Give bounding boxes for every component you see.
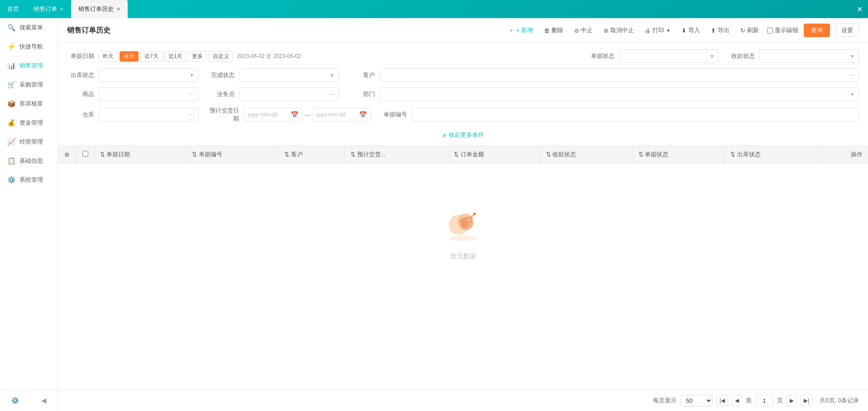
print-button[interactable]: 🖨 打印 ▼ <box>642 24 673 36</box>
col-checkbox <box>76 146 94 164</box>
export-icon: ⬆ <box>711 27 716 34</box>
col-outbound-status: ⇅ 出库状态 <box>725 146 817 164</box>
sales-mgmt-icon: 📊 <box>7 62 16 70</box>
delete-button[interactable]: 🗑 删除 <box>541 24 566 36</box>
table-body: 暂无数据 <box>58 164 868 297</box>
base-info-icon: 📋 <box>7 157 16 165</box>
sidebar-settings-button[interactable]: ⚙️ <box>8 394 22 407</box>
top-bar: 首页 销售订单 ✕ 销售订单历史 ✕ ✕ <box>0 0 868 18</box>
col-outbound-status-label: ⇅ 出库状态 <box>730 151 761 158</box>
date-range-dash: — <box>302 111 312 118</box>
date-btn-1month[interactable]: 近1月 <box>164 51 187 62</box>
salesperson-more-icon[interactable]: ··· <box>329 90 335 98</box>
tab-home[interactable]: 首页 <box>0 0 26 18</box>
status-select[interactable]: ▼ <box>619 49 719 63</box>
page-size-select[interactable]: 50 20 100 <box>680 395 713 406</box>
expected-date-label: 预计交货日期 <box>207 106 244 123</box>
close-tab-sales-order-history[interactable]: ✕ <box>116 6 120 12</box>
dept-select[interactable]: ▼ <box>379 87 859 101</box>
date-btn-more[interactable]: 更多 <box>188 51 207 62</box>
page-header: 销售订单历史 ＋ + 新增 🗑 删除 ⊘ 中止 ⊛ 取消中止 <box>58 18 868 43</box>
import-button[interactable]: ⬇ 导入 <box>679 24 703 36</box>
goods-more-icon[interactable]: ··· <box>188 90 194 98</box>
data-table: ⚙ ⇅ 单据日期 ⇅ 单据编号 ⇅ 客户 <box>58 146 868 297</box>
date-btn-today[interactable]: 今天 <box>120 51 139 62</box>
last-page-button[interactable]: ▶| <box>801 395 812 406</box>
order-no-label: 单据编号 <box>380 111 412 119</box>
tab-sales-order-history[interactable]: 销售订单历史 ✕ <box>71 0 128 18</box>
status-select-arrow: ▼ <box>710 53 715 59</box>
calendar-from-icon: 📅 <box>291 111 298 118</box>
payment-status-arrow: ▼ <box>850 53 855 59</box>
sidebar-item-base-info[interactable]: 📋 基础信息 <box>0 151 58 170</box>
outbound-label: 出库状态 <box>67 71 99 79</box>
date-from-placeholder: yyyy-mm-dd <box>248 111 277 118</box>
page-size-label: 每页显示 <box>653 396 676 405</box>
warehouse-more-icon[interactable]: ··· <box>188 111 194 119</box>
sidebar-collapse-button[interactable]: ◀ <box>38 394 49 407</box>
complete-arrow: ▼ <box>330 73 335 78</box>
col-settings[interactable]: ⚙ <box>58 146 76 164</box>
payment-status-label: 收款状态 <box>728 52 759 60</box>
table-header: ⚙ ⇅ 单据日期 ⇅ 单据编号 ⇅ 客户 <box>58 146 868 164</box>
svg-point-0 <box>450 236 477 241</box>
display-cols-checkbox[interactable]: 显示碳细 <box>767 26 798 34</box>
export-button[interactable]: ⬆ 导出 <box>708 24 732 36</box>
first-page-button[interactable]: |◀ <box>716 395 728 406</box>
tab-sales-order[interactable]: 销售订单 ✕ <box>26 0 71 18</box>
stop-button[interactable]: ⊘ 中止 <box>571 24 595 36</box>
query-button[interactable]: 查询 <box>804 24 830 37</box>
col-doc-status: ⇅ 单据状态 <box>633 146 725 164</box>
collapse-button[interactable]: ∧ 收起更多条件 <box>442 131 484 139</box>
sidebar-item-sales-mgmt[interactable]: 📊 销售管理 <box>0 56 58 75</box>
sidebar-item-operations[interactable]: 📈 经营管理 <box>0 132 58 151</box>
cancel-stop-icon: ⊛ <box>604 27 609 34</box>
sidebar-item-quick-nav[interactable]: ⚡ 快捷导航 <box>0 37 58 56</box>
page-number-input[interactable] <box>755 395 773 406</box>
customer-select[interactable]: ··· <box>379 68 859 82</box>
sys-mgmt-icon: ⚙️ <box>7 176 16 184</box>
order-no-input[interactable] <box>412 108 859 121</box>
prev-page-button[interactable]: ◀ <box>732 395 742 406</box>
customer-more-icon[interactable]: ··· <box>849 71 855 79</box>
date-btn-custom[interactable]: 自定义 <box>209 51 233 62</box>
close-tab-sales-order[interactable]: ✕ <box>60 6 64 12</box>
cancel-stop-button[interactable]: ⊛ 取消中止 <box>601 24 637 36</box>
col-payment-status: ⇅ 收款状态 <box>540 146 633 164</box>
refresh-button[interactable]: ↻ 刷新 <box>738 24 762 36</box>
date-range-text: 2023-06-02 至 2023-06-02 <box>237 53 301 60</box>
goods-select[interactable]: ··· <box>99 87 198 101</box>
complete-select[interactable]: ▼ <box>239 68 339 82</box>
sidebar: 🔍 搜索菜单 ⚡ 快捷导航 📊 销售管理 🛒 采购管理 📦 库存核算 💰 资金管… <box>0 18 58 411</box>
empty-state: 暂无数据 <box>58 164 868 297</box>
sidebar-item-finance[interactable]: 💰 资金管理 <box>0 113 58 132</box>
payment-status-select[interactable]: ▼ <box>759 49 859 63</box>
date-buttons: 昨天 今天 近7天 近1月 更多 自定义 <box>99 51 233 62</box>
filter-row-3: 商品 ··· 业务员 ··· 部门 ▼ <box>67 87 859 101</box>
sidebar-item-search-menu[interactable]: 🔍 搜索菜单 <box>0 18 58 37</box>
date-btn-yesterday[interactable]: 昨天 <box>99 51 118 62</box>
svg-point-7 <box>473 213 476 215</box>
new-button[interactable]: ＋ + 新增 <box>506 24 536 36</box>
col-order-no: ⇅ 单据编号 <box>187 146 279 164</box>
next-page-button[interactable]: ▶ <box>786 395 797 406</box>
select-all-checkbox[interactable] <box>82 151 88 157</box>
window-close-button[interactable]: ✕ <box>857 5 863 14</box>
date-filter-group: 昨天 今天 近7天 近1月 更多 自定义 2023-06-02 至 2023-0… <box>99 51 587 62</box>
outbound-select[interactable]: ▼ <box>99 68 198 82</box>
settings-button[interactable]: 设置 <box>835 24 859 37</box>
sidebar-item-inventory[interactable]: 📦 库存核算 <box>0 94 58 113</box>
sidebar-item-sys-mgmt[interactable]: ⚙️ 系统管理 <box>0 170 58 189</box>
date-btn-7days[interactable]: 近7天 <box>140 51 163 62</box>
warehouse-select[interactable]: ··· <box>99 108 198 121</box>
sidebar-item-purchase-mgmt[interactable]: 🛒 采购管理 <box>0 75 58 94</box>
col-order-no-label: ⇅ 单据编号 <box>192 151 222 158</box>
salesperson-select[interactable]: ··· <box>239 87 339 101</box>
toolbar: ＋ + 新增 🗑 删除 ⊘ 中止 ⊛ 取消中止 🖨 打印 <box>506 24 859 37</box>
display-cols-input[interactable] <box>767 28 773 34</box>
expected-date-to[interactable]: yyyy-mm-dd 📅 <box>312 108 371 121</box>
col-payment-status-label: ⇅ 收款状态 <box>546 151 576 158</box>
collapse-up-icon: ∧ <box>442 132 447 139</box>
expected-date-from[interactable]: yyyy-mm-dd 📅 <box>244 108 302 121</box>
finance-icon: 💰 <box>7 119 16 127</box>
